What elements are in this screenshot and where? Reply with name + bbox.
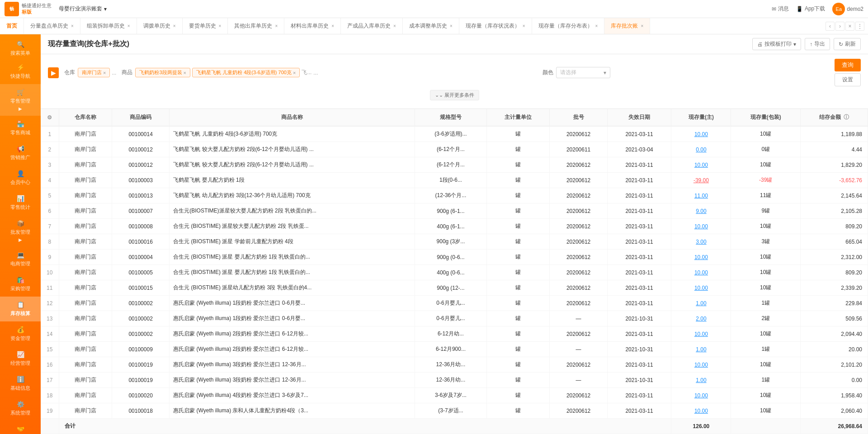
tab-matout[interactable]: 材料出库单历史 × (284, 18, 341, 34)
sidebar-item-retail-stats[interactable]: 📊 零售统计 (0, 190, 41, 215)
cell-qty-main[interactable]: 10.00 (671, 280, 731, 296)
sidebar-item-member[interactable]: 👤 会员中心 (0, 165, 41, 190)
tab-costadj[interactable]: 成本调整单历史 × (403, 18, 459, 34)
expand-more-area[interactable]: ⌄⌄ 展开更多条件 (48, 86, 861, 104)
sidebar-item-purchase[interactable]: 🛍️ 采购管理 (0, 272, 41, 297)
table-header: ⚙ 仓库名称 商品编码 商品名称 规格型号 主计量单位 批号 失效日期 现存量(… (41, 109, 868, 126)
nav-close-button[interactable]: × (845, 22, 854, 31)
settings-icon[interactable]: ⚙ (47, 114, 52, 121)
sidebar-item-marketing[interactable]: 📢 营销推广 (0, 141, 41, 165)
col-settings[interactable]: ⚙ (41, 109, 59, 126)
query-button[interactable]: 查询 (835, 59, 861, 71)
cell-qty-main[interactable]: 10.00 (671, 388, 731, 403)
cell-qty-main[interactable]: 1.00 (671, 342, 731, 357)
tab-stock-dist[interactable]: 现存量（库存分布表） × (532, 18, 605, 34)
cell-name: 惠氏启蒙 (Wyeth illuma) 1段奶粉 爱尔兰进口 0-6月婴... (170, 296, 415, 311)
cell-qty-main[interactable]: 3.00 (671, 234, 731, 250)
product-tag-2[interactable]: 飞鹤星飞帆 儿童奶粉 4段(3-6岁适用) 700克 × (192, 68, 300, 77)
user-profile[interactable]: Ea demo2 (832, 3, 863, 15)
close-icon[interactable]: × (331, 24, 334, 28)
remove-tag-icon[interactable]: × (184, 70, 186, 75)
export-button[interactable]: ↑ 导出 (805, 38, 830, 50)
tab-yaohuo[interactable]: 要货单历史 × (183, 18, 228, 34)
sidebar-item-system[interactable]: ⚙️ 系统管理 (0, 396, 41, 421)
tab-fenpan[interactable]: 分量盘点单历史 × (24, 18, 80, 34)
cell-amount: 1,829.20 (801, 157, 868, 173)
close-icon[interactable]: × (127, 24, 130, 28)
cell-spec: 400g (6-1... (415, 219, 487, 234)
nav-menu-button[interactable]: ⋮ (855, 22, 864, 31)
cell-qty-main[interactable]: 10.00 (671, 157, 731, 173)
cell-qty-main[interactable]: 10.00 (671, 357, 731, 373)
warehouse-tag-naan[interactable]: 南岸门店 × (78, 68, 110, 77)
nav-next-button[interactable]: › (835, 22, 844, 31)
cell-qty-pkg: 10罐 (731, 357, 801, 373)
settings-button[interactable]: 设置 (835, 73, 861, 86)
refresh-button[interactable]: ↻ 刷新 (834, 38, 861, 50)
app-download-button[interactable]: 📱 App下载 (796, 5, 825, 13)
close-icon[interactable]: × (641, 24, 643, 28)
color-selector[interactable]: 请选择 ▾ (556, 67, 610, 78)
footer-total-amount: 26,968.64 (801, 419, 868, 434)
product-more-ellipsis[interactable]: ... (313, 70, 318, 76)
cell-spec: 0-6月婴儿... (415, 311, 487, 326)
sidebar-item-finance[interactable]: 💰 资金管理 (0, 321, 41, 346)
warehouse-ellipsis[interactable]: ... (112, 70, 116, 76)
tab-otherout[interactable]: 其他出库单历史 × (228, 18, 284, 34)
sidebar-item-collab[interactable]: 🤝 企业协同 (0, 421, 41, 434)
remove-tag-icon[interactable]: × (103, 70, 106, 75)
cell-qty-main[interactable]: 10.00 (671, 250, 731, 265)
filter-toggle-button[interactable]: ▶ (48, 67, 59, 78)
sidebar-item-wholesale[interactable]: 📦 批发管理 ▶ (0, 215, 41, 247)
close-icon[interactable]: × (450, 24, 453, 28)
filter-row: ▶ 仓库 南岸门店 × ... 商品 飞鹤奶粉3段 (48, 59, 861, 86)
sidebar-item-biz[interactable]: 📈 经营管理 (0, 346, 41, 371)
tab-diaopo[interactable]: 调拨单历史 × (137, 18, 183, 34)
cell-qty-main[interactable]: 10.00 (671, 219, 731, 234)
info-icon[interactable]: ⓘ (844, 114, 849, 120)
cell-qty-main[interactable]: 9.00 (671, 203, 731, 219)
sidebar-item-basic[interactable]: ℹ️ 基础信息 (0, 371, 41, 396)
industry-selector[interactable]: 母婴行业演示账套 ▾ (59, 5, 107, 13)
print-button[interactable]: 🖨 按模板打印 ▾ (752, 38, 801, 50)
sidebar-item-ecommerce[interactable]: 💻 电商管理 (0, 247, 41, 272)
sidebar-item-retail[interactable]: 🛒 零售管理 ▶ (0, 84, 41, 116)
nav-prev-button[interactable]: ‹ (826, 22, 835, 31)
cell-qty-main[interactable]: 10.00 (671, 126, 731, 142)
cell-qty-main[interactable]: 10.00 (671, 326, 731, 342)
close-icon[interactable]: × (595, 24, 598, 28)
cell-name: 飞鹤星飞帆 幼儿配方奶粉 3段(12-36个月幼儿适用) 700克 (170, 188, 415, 203)
close-icon[interactable]: × (393, 24, 396, 28)
cell-qty-main[interactable]: 2.00 (671, 311, 731, 326)
close-icon[interactable]: × (173, 24, 176, 28)
close-icon[interactable]: × (219, 24, 222, 28)
cell-qty-main[interactable]: 11.00 (671, 188, 731, 203)
cell-qty-main[interactable]: -39.00 (671, 173, 731, 188)
product-tag-1[interactable]: 飞鹤奶粉3段两提装 × (135, 68, 190, 77)
cell-qty-main[interactable]: 1.00 (671, 296, 731, 311)
cell-qty-main[interactable]: 10.00 (671, 403, 731, 419)
sidebar: 🔍 搜索英单 ⚡ 快捷导航 🛒 零售管理 ▶ 🏪 零售商城 📢 营销推广 👤 会… (0, 34, 41, 434)
cell-qty-main[interactable]: 0.00 (671, 142, 731, 157)
cell-qty-main[interactable]: 1.00 (671, 373, 731, 388)
product-ellipsis[interactable]: 飞... (302, 69, 311, 76)
message-button[interactable]: ✉ 消息 (772, 5, 789, 13)
remove-tag-icon[interactable]: × (293, 70, 296, 75)
tab-prodin[interactable]: 产成品入库单历史 × (341, 18, 403, 34)
tab-stock-status[interactable]: 现存量（库存状况表） × (459, 18, 532, 34)
cell-spec: 3-6岁及7岁... (415, 388, 487, 403)
close-icon[interactable]: × (71, 24, 74, 28)
sidebar-item-inventory[interactable]: 📋 库存核算 (0, 297, 41, 321)
sidebar-item-shop[interactable]: 🏪 零售商城 (0, 116, 41, 141)
cell-qty-main[interactable]: 10.00 (671, 265, 731, 280)
cell-code: 00100004 (112, 250, 170, 265)
sidebar-item-quicknav[interactable]: ⚡ 快捷导航 (0, 59, 41, 84)
tab-batch-ledger[interactable]: 库存批次账 × (604, 18, 650, 34)
tab-home[interactable]: 首页 (0, 18, 24, 34)
tab-zuzhang[interactable]: 组装拆卸单历史 × (80, 18, 137, 34)
close-icon[interactable]: × (523, 24, 525, 28)
table-row: 8 南岸门店 00100016 合生元 (BIOSTIME) 派星 学龄前儿童配… (41, 234, 868, 250)
close-icon[interactable]: × (275, 24, 278, 28)
expand-more-button[interactable]: ⌄⌄ 展开更多条件 (430, 90, 479, 100)
sidebar-item-search[interactable]: 🔍 搜索英单 (0, 38, 41, 59)
